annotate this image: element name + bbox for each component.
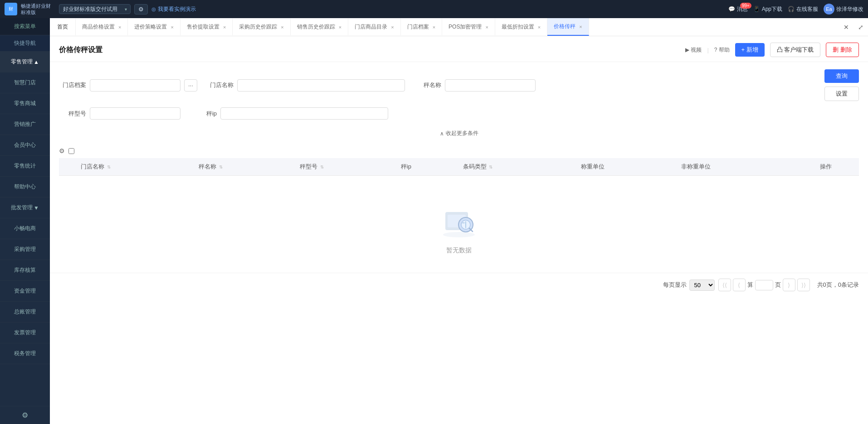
sidebar-item-general-ledger[interactable]: 总账管理 [0, 302, 50, 323]
filter-store-name: 门店名称 [206, 79, 405, 92]
sort-scale-name-icon[interactable]: ⇅ [219, 164, 223, 169]
per-page-select[interactable]: 10 20 50 100 [689, 279, 715, 291]
sidebar-item-member-center[interactable]: 会员中心 [0, 135, 50, 156]
tab-purchase-history[interactable]: 采购历史价跟踪 × [233, 19, 290, 35]
tab-close-all-button[interactable]: ✕ [839, 19, 853, 35]
table-area: ⚙ 门店名称 ⇅ [50, 143, 868, 273]
th-operation: 操作 [793, 158, 859, 176]
tab-close-purchase-history[interactable]: × [281, 24, 283, 30]
table-settings-icon[interactable]: ⚙ [59, 147, 65, 154]
tab-pos-encrypt[interactable]: POS加密管理 × [442, 19, 495, 35]
empty-state: 暂无数据 [59, 176, 859, 273]
sidebar-item-inventory[interactable]: 库存核算 [0, 260, 50, 281]
main-layout: 搜索菜单 快捷导航 零售管理 ▲ 智慧门店 零售商城 营销推广 会员中心 零售统… [0, 18, 868, 424]
tab-store-catalog[interactable]: 门店商品目录 × [348, 19, 400, 35]
top-bar-center: 好业财标准版交付试用 ▾ ⚙ 我要看实例演示 [59, 4, 728, 14]
tab-close-product-price[interactable]: × [118, 24, 121, 30]
store-file-ref-button[interactable]: ··· [184, 79, 197, 92]
sidebar-settings-icon[interactable]: ⚙ [22, 411, 28, 419]
page-nav: ⟨⟨ ⟨ 算 1 页 ⟩ ⟩⟩ [718, 279, 810, 291]
first-page-button[interactable]: ⟨⟨ [718, 279, 731, 291]
tab-close-store-file[interactable]: × [433, 24, 435, 30]
page-number-input[interactable]: 1 [755, 280, 773, 290]
scale-name-input[interactable] [445, 79, 536, 92]
th-store-name: 门店名称 ⇅ [75, 158, 193, 176]
online-service-button[interactable]: 🎧 在线客服 [788, 5, 818, 13]
th-weight-unit: 称重单位 [575, 158, 676, 176]
sidebar-item-invoice[interactable]: 发票管理 [0, 323, 50, 343]
sidebar-item-tax[interactable]: 税务管理 [0, 343, 50, 364]
store-file-input[interactable] [90, 79, 180, 92]
sort-store-name-icon[interactable]: ⇅ [107, 164, 111, 169]
next-page-button[interactable]: ⟩ [783, 279, 795, 291]
help-link[interactable]: ? 帮助 [714, 46, 730, 54]
version-select-wrapper[interactable]: 好业财标准版交付试用 ▾ [59, 4, 131, 14]
tab-purchase-strategy[interactable]: 进价策略设置 × [128, 19, 180, 35]
tab-sale-history[interactable]: 销售历史价跟踪 × [291, 19, 348, 35]
sidebar-item-purchase[interactable]: 采购管理 [0, 239, 50, 260]
delete-button[interactable]: 删 删除 [826, 43, 859, 57]
sort-barcode-type-icon[interactable]: ⇅ [489, 164, 493, 169]
th-scale-ip: 秤ip [395, 158, 458, 176]
store-name-label: 门店名称 [206, 81, 234, 89]
tab-sale-extract[interactable]: 售价提取设置 × [180, 19, 233, 35]
tab-store-file[interactable]: 门店档案 × [401, 19, 442, 35]
arrow-up-icon: ▲ [34, 59, 39, 65]
svg-point-0 [443, 232, 475, 237]
version-select[interactable]: 好业财标准版交付试用 [59, 4, 131, 14]
query-button[interactable]: 查询 [824, 69, 859, 83]
demo-link[interactable]: 我要看实例演示 [151, 5, 196, 13]
app-download-icon: 📱 [753, 6, 760, 12]
sidebar-item-retail-stats[interactable]: 零售统计 [0, 156, 50, 177]
tab-close-pos-encrypt[interactable]: × [485, 24, 488, 30]
settings-button[interactable]: 设置 [824, 87, 859, 101]
prev-page-button[interactable]: ⟨ [733, 279, 746, 291]
tab-close-min-discount[interactable]: × [538, 24, 541, 30]
page-header-actions: ▶ 视频 | ? 帮助 + 新增 凸 客户端下载 删 删除 [685, 43, 859, 57]
scale-ip-input[interactable] [220, 107, 388, 120]
collapse-button[interactable]: ∧ 收起更多条件 [440, 130, 478, 137]
sidebar-item-smart-store[interactable]: 智慧门店 [0, 72, 50, 93]
app-download-button[interactable]: 📱 App下载 [753, 5, 782, 13]
message-button[interactable]: 💬 消息 99+ [728, 5, 748, 13]
tab-product-price[interactable]: 商品价格设置 × [76, 19, 128, 35]
page-total: 共0页，0条记录 [817, 281, 859, 289]
sidebar-item-wholesale[interactable]: 批发管理 ▼ [0, 198, 50, 218]
collapse-bar: ∧ 收起更多条件 [59, 126, 859, 143]
tab-close-store-catalog[interactable]: × [391, 24, 394, 30]
download-button[interactable]: 凸 客户端下载 [770, 43, 821, 57]
tab-close-purchase-strategy[interactable]: × [171, 24, 173, 30]
th-non-weight-unit: 非称重单位 [676, 158, 793, 176]
tab-price-transfer[interactable]: 价格传秤 × [547, 18, 589, 36]
sidebar-quick-nav[interactable]: 快捷导航 [0, 35, 50, 52]
filter-scale-name: 秤名称 [414, 79, 536, 92]
store-file-label: 门店档案 [59, 81, 86, 89]
video-link[interactable]: ▶ 视频 [685, 46, 702, 54]
sidebar-search[interactable]: 搜索菜单 [0, 18, 50, 35]
tab-min-discount[interactable]: 最低折扣设置 × [495, 19, 547, 35]
tab-close-sale-history[interactable]: × [339, 24, 341, 30]
sort-scale-model-icon[interactable]: ⇅ [320, 164, 324, 169]
sidebar-item-finance[interactable]: 资金管理 [0, 281, 50, 302]
sidebar-item-retail-management[interactable]: 零售管理 ▲ [0, 52, 50, 72]
sidebar-item-xiaochangec[interactable]: 小畅电商 [0, 218, 50, 239]
add-button[interactable]: + 新增 [735, 43, 765, 57]
topbar-settings-button[interactable]: ⚙ [134, 4, 148, 14]
sidebar-item-marketing[interactable]: 营销推广 [0, 114, 50, 135]
scale-model-input[interactable] [90, 107, 180, 120]
content-area: 首页 商品价格设置 × 进价策略设置 × 售价提取设置 × 采购历史价跟踪 × [50, 18, 868, 424]
tab-home[interactable]: 首页 [50, 19, 76, 35]
sidebar-item-help-center[interactable]: 帮助中心 [0, 177, 50, 198]
last-page-button[interactable]: ⟩⟩ [797, 279, 810, 291]
filter-store-file: 门店档案 ··· [59, 79, 197, 92]
tab-close-price-transfer[interactable]: × [579, 24, 582, 29]
sidebar-item-retail-mall[interactable]: 零售商城 [0, 93, 50, 114]
scale-name-label: 秤名称 [414, 81, 441, 89]
pagination-bar: 每页显示 10 20 50 100 ⟨⟨ ⟨ [50, 273, 868, 297]
user-info[interactable]: Ea 徐泽华修改 [824, 4, 863, 14]
store-name-input[interactable] [237, 79, 405, 92]
tab-expand-button[interactable]: ⤢ [853, 19, 868, 35]
tab-close-sale-extract[interactable]: × [223, 24, 226, 30]
per-page: 每页显示 10 20 50 100 [663, 279, 715, 291]
select-all-checkbox[interactable] [68, 148, 74, 154]
